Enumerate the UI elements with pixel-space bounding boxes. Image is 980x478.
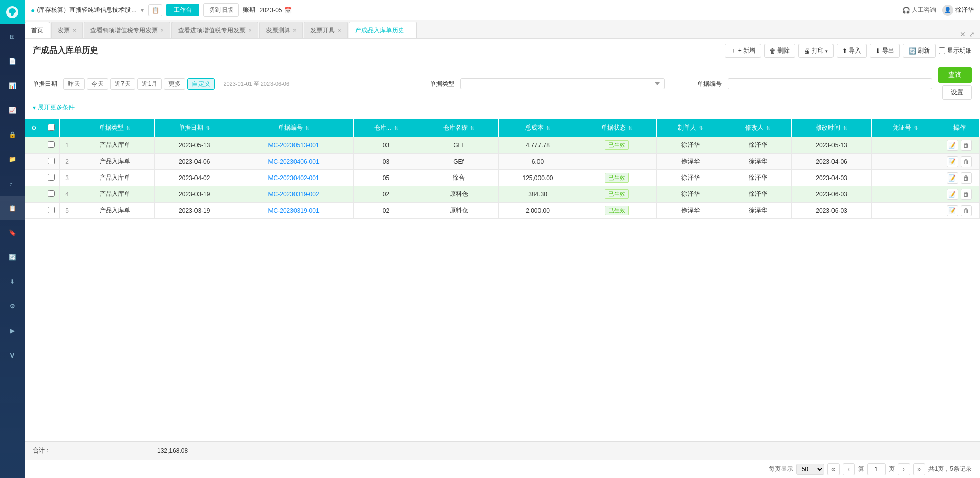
sidebar-item-stamp[interactable]: 🔖 — [0, 220, 24, 245]
row-edit-btn[interactable]: 📝 — [947, 172, 958, 184]
row-doc-number[interactable]: MC-20230319-001 — [234, 203, 353, 219]
table-header-row: ⚙ 单据类型 ⇅ 单据日期 ⇅ 单据编号 ⇅ 仓库... ⇅ 仓库名称 ⇅ 总成… — [25, 119, 980, 137]
row-checkbox[interactable] — [48, 174, 55, 181]
import-button[interactable]: ⬆ 导入 — [837, 44, 867, 58]
row-delete-btn[interactable]: 🗑 — [961, 156, 972, 167]
expand-more-btn[interactable]: ▾ 展开更多条件 — [33, 103, 75, 112]
col-type[interactable]: 单据类型 ⇅ — [75, 119, 155, 137]
tab-calc-close[interactable]: × — [293, 28, 297, 33]
row-edit-btn[interactable]: 📝 — [947, 140, 958, 151]
row-doc-number[interactable]: MC-20230513-001 — [234, 137, 353, 154]
new-button[interactable]: ＋ + 新增 — [725, 44, 761, 58]
number-filter-input[interactable] — [728, 78, 932, 89]
period-calendar-icon[interactable]: 📅 — [284, 7, 292, 14]
delete-button[interactable]: 🗑 删除 — [764, 44, 795, 58]
refresh-button[interactable]: 🔄 刷新 — [903, 44, 936, 58]
row-edit-btn[interactable]: 📝 — [947, 189, 958, 200]
sidebar-item-home[interactable]: ⊞ — [0, 24, 24, 49]
per-page-select[interactable]: 50 100 200 — [796, 464, 824, 475]
tab-home[interactable]: 首页 — [24, 22, 50, 38]
export-button[interactable]: ⬇ 导出 — [870, 44, 900, 58]
tab-check-output-close[interactable]: × — [161, 28, 164, 33]
date-btn-7days[interactable]: 近7天 — [110, 78, 135, 90]
col-total-cost[interactable]: 总成本 ⇅ — [499, 119, 577, 137]
page-input[interactable] — [867, 463, 886, 475]
prev-page-btn[interactable]: ‹ — [843, 463, 855, 475]
col-warehouse-code[interactable]: 仓库... ⇅ — [353, 119, 419, 137]
show-detail-checkbox[interactable] — [939, 47, 945, 54]
col-number[interactable]: 单据编号 ⇅ — [234, 119, 353, 137]
tab-product-history-close[interactable]: × — [407, 28, 410, 33]
row-edit-btn[interactable]: 📝 — [947, 205, 958, 216]
sidebar-item-download[interactable]: ⬇ — [0, 269, 24, 294]
set-button[interactable]: 设置 — [942, 85, 972, 100]
tab-calc[interactable]: 发票测算 × — [259, 22, 303, 38]
sidebar-item-chart[interactable]: 📊 — [0, 73, 24, 98]
sidebar-item-lock[interactable]: 🔒 — [0, 122, 24, 147]
row-doc-number[interactable]: MC-20230402-001 — [234, 170, 353, 186]
query-button[interactable]: 查询 — [938, 67, 972, 83]
row-checkbox[interactable] — [48, 207, 55, 213]
tab-check-input[interactable]: 查看进项增值税专用发票 × — [172, 22, 258, 38]
window-maximize-btn[interactable]: ⤢ — [969, 30, 975, 38]
first-page-btn[interactable]: « — [827, 463, 840, 475]
type-filter-select[interactable] — [460, 78, 665, 89]
row-delete-btn[interactable]: 🗑 — [961, 205, 972, 216]
tab-issue-close[interactable]: × — [338, 28, 341, 33]
date-btn-custom[interactable]: 自定义 — [187, 78, 215, 90]
row-doc-number[interactable]: MC-20230406-001 — [234, 154, 353, 170]
tab-check-output[interactable]: 查看销项增值税专用发票 × — [84, 22, 170, 38]
print-button[interactable]: 🖨 打印 ▾ — [798, 44, 834, 58]
history-button[interactable]: 切到旧版 — [203, 3, 239, 17]
row-delete-btn[interactable]: 🗑 — [961, 172, 972, 184]
topbar-user[interactable]: 👤 徐泽华 — [942, 5, 974, 16]
select-all-checkbox[interactable] — [48, 124, 55, 131]
sidebar-item-inventory[interactable]: 📋 — [0, 196, 24, 220]
brand-dropdown-icon[interactable]: ▾ — [141, 7, 144, 14]
date-btn-yesterday[interactable]: 昨天 — [63, 78, 85, 90]
sidebar-item-doc[interactable]: 📄 — [0, 49, 24, 73]
col-creator[interactable]: 制单人 ⇅ — [656, 119, 724, 137]
date-btn-1month[interactable]: 近1月 — [137, 78, 162, 90]
col-modifier[interactable]: 修改人 ⇅ — [724, 119, 792, 137]
tab-invoice[interactable]: 发票 × — [51, 22, 83, 38]
window-close-btn[interactable]: ✕ — [960, 30, 966, 38]
row-delete-btn[interactable]: 🗑 — [961, 140, 972, 151]
last-page-btn[interactable]: » — [913, 463, 925, 475]
topbar-doc-icon[interactable]: 📋 — [148, 4, 162, 16]
row-operations: 📝 🗑 — [939, 186, 980, 203]
tab-invoice-close[interactable]: × — [73, 28, 76, 33]
sidebar-item-file[interactable]: 📁 — [0, 147, 24, 171]
workbench-button[interactable]: 工作台 — [166, 4, 199, 16]
sidebar-item-analytics[interactable]: 📈 — [0, 98, 24, 122]
col-date[interactable]: 单据日期 ⇅ — [155, 119, 234, 137]
new-icon: ＋ — [730, 46, 737, 55]
tab-issue[interactable]: 发票开具 × — [304, 22, 348, 38]
sidebar-logo[interactable] — [0, 0, 24, 24]
date-btn-today[interactable]: 今天 — [87, 78, 108, 90]
row-checkbox[interactable] — [48, 190, 55, 197]
col-modify-time[interactable]: 修改时间 ⇅ — [792, 119, 871, 137]
support-btn[interactable]: 🎧 人工咨询 — [902, 6, 936, 14]
col-settings[interactable]: ⚙ — [25, 119, 43, 137]
row-doc-number[interactable]: MC-20230319-002 — [234, 186, 353, 203]
col-voucher[interactable]: 凭证号 ⇅ — [871, 119, 939, 137]
col-warehouse-name[interactable]: 仓库名称 ⇅ — [419, 119, 499, 137]
sidebar-item-tag[interactable]: 🏷 — [0, 171, 24, 196]
row-edit-btn[interactable]: 📝 — [947, 156, 958, 167]
next-page-btn[interactable]: › — [898, 463, 910, 475]
sidebar-item-settings[interactable]: ⚙ — [0, 294, 24, 318]
data-table: ⚙ 单据类型 ⇅ 单据日期 ⇅ 单据编号 ⇅ 仓库... ⇅ 仓库名称 ⇅ 总成… — [24, 118, 980, 219]
tab-check-input-close[interactable]: × — [249, 28, 252, 33]
sidebar-item-v[interactable]: V — [0, 343, 24, 367]
row-checkbox[interactable] — [48, 158, 55, 164]
row-delete-btn[interactable]: 🗑 — [961, 189, 972, 200]
col-status[interactable]: 单据状态 ⇅ — [577, 119, 656, 137]
sidebar-item-video[interactable]: ▶ — [0, 318, 24, 343]
tab-product-history[interactable]: 产成品入库单历史 × — [349, 22, 417, 38]
status-badge: 已生效 — [605, 189, 629, 199]
row-checkbox[interactable] — [48, 141, 55, 148]
sidebar-item-refresh[interactable]: 🔄 — [0, 245, 24, 269]
date-btn-more[interactable]: 更多 — [164, 78, 185, 90]
show-detail-checkbox-label[interactable]: 显示明细 — [939, 46, 972, 55]
